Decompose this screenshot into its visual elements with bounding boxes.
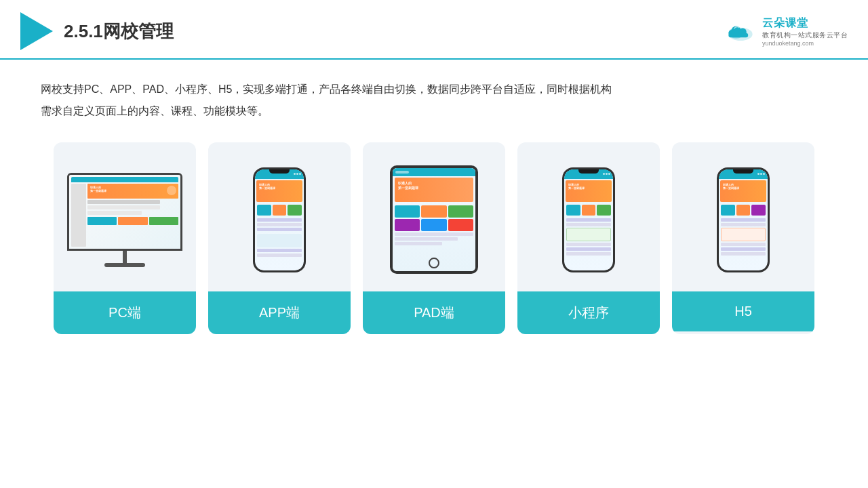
app-phone-screen: 职通人的第一堂刷题课 <box>255 169 304 270</box>
pc-monitor: 职通人的第一堂刷题课 <box>67 173 182 251</box>
phone-row <box>721 247 766 251</box>
pc-screen-content: 职通人的第一堂刷题课 <box>71 184 178 247</box>
miniapp-top-dots <box>603 173 610 175</box>
pad-label: PAD端 <box>363 291 505 334</box>
phone-notch-3 <box>733 169 753 174</box>
miniapp-banner-text: 职通人的第一堂刷题课 <box>568 183 585 190</box>
pc-row-3 <box>87 211 142 215</box>
pad-banner: 职通人的第一堂刷题课 <box>395 178 473 202</box>
pad-grid-item <box>395 205 420 218</box>
phone-grid-item <box>736 205 751 216</box>
main-content: 网校支持PC、APP、PAD、小程序、H5，实现多端打通，产品各终端自由切换，数… <box>0 60 868 334</box>
phone-dot <box>606 173 608 175</box>
phone-row <box>566 218 611 222</box>
app-banner-text: 职通人的第一堂刷题课 <box>259 183 275 190</box>
pad-grid-item <box>448 219 473 231</box>
pad-grid-item <box>421 219 446 231</box>
phone-grid-item <box>566 205 580 216</box>
page-header: 2.5.1网校管理 云朵课堂 教育机构一站式服务云平台 yunduoketang… <box>0 0 868 60</box>
phone-notch <box>269 169 290 174</box>
app-phone-banner: 职通人的第一堂刷题课 <box>256 180 302 202</box>
pc-grid <box>87 217 178 225</box>
pad-grid <box>395 205 473 231</box>
miniapp-image-area: 职通人的第一堂刷题课 <box>517 142 660 291</box>
pad-image-area: 职通人的第一堂刷题课 <box>363 142 505 291</box>
pad-row <box>395 232 473 236</box>
pad-grid-item <box>395 219 420 231</box>
phone-top-dots <box>294 173 301 175</box>
phone-grid-item <box>257 205 271 216</box>
phone-dot <box>294 173 296 175</box>
pad-grid-item <box>448 205 473 218</box>
pc-mockup: 职通人的第一堂刷题课 <box>66 173 184 267</box>
phone-grid-item <box>273 205 287 216</box>
phone-card-row <box>721 228 766 241</box>
pc-grid-item <box>118 217 147 225</box>
pad-screen: 职通人的第一堂刷题课 <box>393 168 475 271</box>
phone-grid-item <box>582 205 596 216</box>
h5-label: H5 <box>672 291 814 331</box>
pc-screen: 职通人的第一堂刷题课 <box>69 175 180 249</box>
pc-image-area: 职通人的第一堂刷题课 <box>54 142 196 291</box>
pc-label: PC端 <box>54 291 196 334</box>
logo-triangle-icon <box>20 12 53 50</box>
brand-url: yunduoketang.com <box>762 40 814 47</box>
phone-row <box>257 223 302 226</box>
h5-top-dots <box>757 173 765 175</box>
pc-sidebar <box>71 184 86 247</box>
brand-logo <box>724 19 757 43</box>
pad-card: 职通人的第一堂刷题课 <box>363 142 505 334</box>
pc-stand <box>123 251 127 263</box>
pc-grid-item <box>87 217 117 225</box>
pc-row-1 <box>87 200 160 204</box>
phone-dot <box>296 173 298 175</box>
h5-phone-grid <box>719 203 768 217</box>
pad-header <box>393 168 475 176</box>
header-right: 云朵课堂 教育机构一站式服务云平台 yunduoketang.com <box>724 16 848 47</box>
phone-dot <box>608 173 610 175</box>
h5-image-area: 职通人的第一堂刷题课 <box>672 142 814 291</box>
app-image-area: 职通人的第一堂刷题课 <box>208 142 351 291</box>
pc-row-2 <box>87 205 160 209</box>
pc-banner: 职通人的第一堂刷题课 <box>87 184 178 199</box>
cloud-icon <box>724 19 757 43</box>
miniapp-phone-grid <box>564 203 613 217</box>
device-cards: 职通人的第一堂刷题课 <box>41 142 827 334</box>
phone-row <box>721 223 766 226</box>
pad-grid-item <box>421 205 446 218</box>
miniapp-label: 小程序 <box>517 291 660 334</box>
phone-row <box>566 252 611 256</box>
h5-phone-rows <box>719 217 768 270</box>
pc-banner-text: 职通人的第一堂刷题课 <box>90 186 106 192</box>
miniapp-phone-banner: 职通人的第一堂刷题课 <box>566 180 612 202</box>
phone-row <box>566 223 611 226</box>
phone-row <box>257 218 302 222</box>
miniapp-phone-rows <box>564 217 613 270</box>
phone-dot <box>760 173 762 175</box>
phone-dot <box>763 173 765 175</box>
pad-row <box>395 242 442 245</box>
miniapp-phone-screen: 职通人的第一堂刷题课 <box>564 169 613 270</box>
h5-phone-screen: 职通人的第一堂刷题课 <box>719 169 768 270</box>
phone-card-row <box>566 228 611 241</box>
phone-row <box>257 228 302 231</box>
pad-header-bar <box>395 171 409 174</box>
brand-text: 云朵课堂 教育机构一站式服务云平台 yunduoketang.com <box>762 16 848 47</box>
h5-card: 职通人的第一堂刷题课 <box>672 142 814 334</box>
app-phone-mockup: 职通人的第一堂刷题课 <box>253 167 306 272</box>
description: 网校支持PC、APP、PAD、小程序、H5，实现多端打通，产品各终端自由切换，数… <box>41 79 827 122</box>
h5-phone-mockup: 职通人的第一堂刷题课 <box>717 167 770 272</box>
h5-phone-banner: 职通人的第一堂刷题课 <box>720 180 766 202</box>
phone-row <box>721 243 766 246</box>
pc-screen-header <box>71 177 178 182</box>
app-card: 职通人的第一堂刷题课 <box>208 142 351 334</box>
phone-notch-2 <box>578 169 599 174</box>
phone-row <box>257 253 302 257</box>
app-phone-rows <box>255 217 304 270</box>
phone-row <box>721 252 766 256</box>
page-title: 2.5.1网校管理 <box>64 20 174 43</box>
svg-rect-5 <box>728 33 748 37</box>
pad-mockup: 职通人的第一堂刷题课 <box>390 165 478 274</box>
pad-home-button <box>429 258 439 268</box>
phone-row <box>257 249 302 252</box>
